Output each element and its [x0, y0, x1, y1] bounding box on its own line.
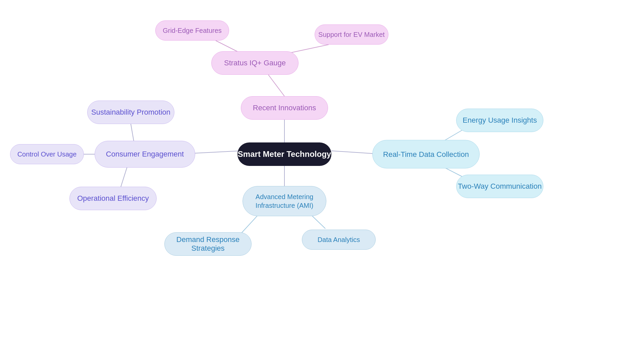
svg-line-1: [189, 151, 241, 154]
center-node[interactable]: Smart Meter Technology: [237, 142, 331, 166]
real-time-data-node[interactable]: Real-Time Data Collection: [372, 140, 480, 169]
data-analytics-node[interactable]: Data Analytics: [302, 230, 376, 250]
recent-innovations-node[interactable]: Recent Innovations: [241, 96, 328, 120]
operational-efficiency-node[interactable]: Operational Efficiency: [69, 187, 157, 210]
demand-response-node[interactable]: Demand Response Strategies: [164, 232, 252, 256]
energy-usage-insights-node[interactable]: Energy Usage Insights: [456, 109, 543, 132]
consumer-engagement-node[interactable]: Consumer Engagement: [95, 141, 195, 168]
grid-edge-node[interactable]: Grid-Edge Features: [155, 20, 229, 41]
stratus-iq-node[interactable]: Stratus IQ+ Gauge: [211, 51, 299, 75]
svg-line-4: [268, 75, 284, 96]
two-way-communication-node[interactable]: Two-Way Communication: [456, 175, 543, 198]
svg-line-9: [121, 166, 127, 187]
support-ev-node[interactable]: Support for EV Market: [315, 24, 388, 45]
sustainability-promotion-node[interactable]: Sustainability Promotion: [87, 101, 174, 124]
control-over-usage-node[interactable]: Control Over Usage: [10, 144, 84, 164]
ami-node[interactable]: Advanced Metering Infrastructure (AMI): [243, 186, 326, 216]
